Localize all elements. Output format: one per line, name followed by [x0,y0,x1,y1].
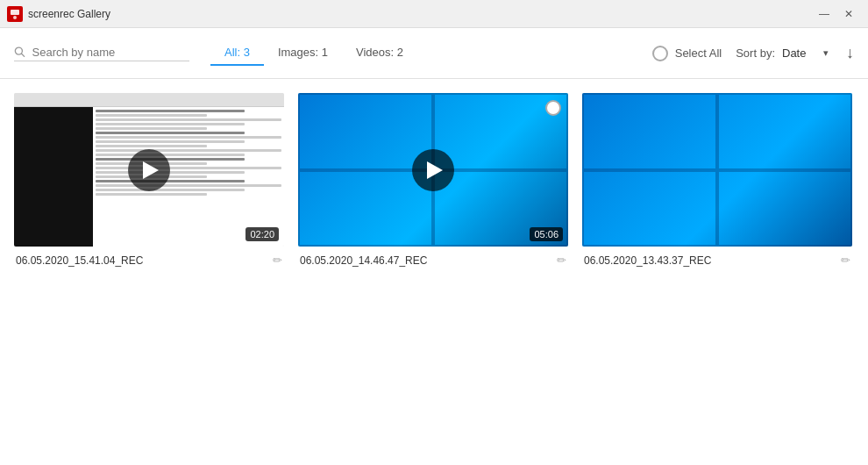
gallery-content: 02:20 06.05.2020_15.41.04_REC ✏ 05:06 [0,79,868,465]
grid-cell [717,93,852,170]
item-footer-1: 06.05.2020_15.41.04_REC ✏ [14,247,284,270]
play-icon-1 [143,161,159,179]
grid-cell [298,170,433,247]
search-input[interactable] [32,46,189,59]
tab-all[interactable]: All: 3 [210,40,264,66]
tab-images[interactable]: Images: 1 [264,40,342,66]
app-icon [7,6,23,22]
item-footer-3: 06.05.2020_13.43.37_REC ✏ [582,247,852,270]
windows-grid-3 [582,93,852,247]
gallery-item[interactable]: 02:20 06.05.2020_15.41.04_REC ✏ [14,93,284,270]
item-footer-2: 06.05.2020_14.46.47_REC ✏ [298,247,568,270]
close-button[interactable]: ✕ [836,2,861,26]
item-name-3: 06.05.2020_13.43.37_REC [584,254,711,267]
search-icon [14,46,25,58]
gallery-item[interactable]: 05:06 06.05.2020_14.46.47_REC ✏ [298,93,568,270]
item-name-1: 06.05.2020_15.41.04_REC [16,254,143,267]
edit-icon-3[interactable]: ✏ [841,254,850,267]
grid-cell [717,170,852,247]
search-container [14,46,189,61]
svg-point-2 [13,16,17,19]
sort-label: Sort by: [736,46,775,60]
thumbnail-1: 02:20 [14,93,284,247]
gallery-item[interactable]: 06.05.2020_13.43.37_REC ✏ [582,93,852,270]
thumbnail-3 [582,93,852,247]
tabs-container: All: 3 Images: 1 Videos: 2 [210,40,638,66]
thumbnail-2: 05:06 [298,93,568,247]
window-controls: — ✕ [812,2,861,26]
app-title: screenrec Gallery [28,8,812,20]
play-icon-2 [427,161,443,179]
play-button-1[interactable] [128,149,170,191]
toolbar: All: 3 Images: 1 Videos: 2 Select All So… [0,28,868,79]
minimize-button[interactable]: — [812,2,836,26]
item-name-2: 06.05.2020_14.46.47_REC [300,254,427,267]
sort-container: Sort by: Date Name Size ▾ ↓ [736,44,854,62]
title-bar: screenrec Gallery — ✕ [0,0,868,28]
grid-cell [582,170,717,247]
download-button[interactable]: ↓ [846,44,854,62]
edit-icon-1[interactable]: ✏ [273,254,282,267]
svg-line-4 [22,54,25,56]
select-dot-2[interactable] [545,100,561,116]
svg-rect-1 [11,10,19,15]
select-all-container[interactable]: Select All [652,46,722,61]
sort-select[interactable]: Date Name Size [782,46,816,60]
duration-badge-1: 02:20 [245,227,279,241]
sort-chevron-icon: ▾ [823,47,829,59]
edit-icon-2[interactable]: ✏ [557,254,566,267]
tab-videos[interactable]: Videos: 2 [342,40,417,66]
select-all-label: Select All [675,46,722,60]
select-all-radio[interactable] [652,46,668,61]
grid-cell [298,93,433,170]
play-button-2[interactable] [412,149,454,191]
grid-cell [582,93,717,170]
duration-badge-2: 05:06 [530,227,563,241]
